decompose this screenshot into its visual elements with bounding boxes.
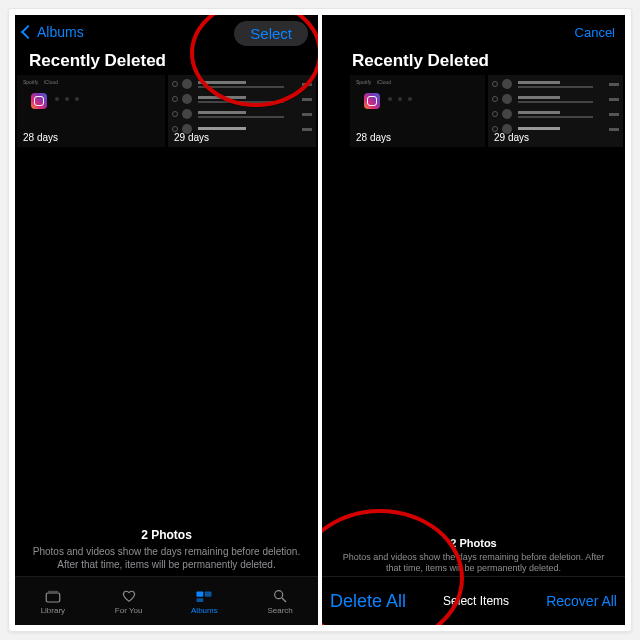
photo-count: 2 Photos (336, 537, 611, 549)
nav-bar: Albums Select (15, 15, 318, 49)
tab-library[interactable]: Library (15, 577, 91, 625)
screenshot-left: Albums Select Recently Deleted Spotify i… (15, 15, 318, 625)
footer-info: 2 Photos Photos and videos show the days… (322, 537, 625, 575)
page-title: Recently Deleted (322, 49, 625, 75)
recover-all-button[interactable]: Recover All (546, 593, 617, 609)
svg-rect-3 (205, 591, 212, 596)
days-remaining: 28 days (23, 132, 58, 143)
svg-rect-0 (46, 593, 60, 602)
footer-info: 2 Photos Photos and videos show the days… (15, 528, 318, 571)
tab-search[interactable]: Search (242, 577, 318, 625)
svg-rect-4 (197, 598, 204, 602)
days-remaining: 28 days (356, 132, 391, 143)
delete-all-button[interactable]: Delete All (330, 591, 406, 612)
photo-thumb[interactable]: 29 days (488, 75, 623, 147)
heart-icon (120, 588, 138, 604)
svg-rect-1 (48, 590, 59, 592)
footer-description: Photos and videos show the days remainin… (336, 552, 611, 575)
photo-thumb[interactable]: Spotify iCloud 28 days (17, 75, 165, 147)
select-button[interactable]: Select (234, 21, 308, 46)
tab-bar: Library For You Albums Search (15, 576, 318, 625)
nav-bar: Cancel (322, 15, 625, 49)
action-bar: Delete All Select Items Recover All (322, 576, 625, 625)
svg-line-6 (282, 598, 286, 602)
photo-thumb[interactable]: Spotify iCloud 28 days (350, 75, 485, 147)
photo-grid: Spotify iCloud 28 days 29 days (15, 75, 318, 147)
back-to-albums[interactable]: Albums (23, 24, 84, 40)
tab-for-you[interactable]: For You (91, 577, 167, 625)
page-title: Recently Deleted (15, 49, 318, 75)
photo-count: 2 Photos (29, 528, 304, 542)
select-items-label: Select Items (443, 594, 509, 608)
cancel-button[interactable]: Cancel (575, 25, 615, 40)
days-remaining: 29 days (174, 132, 209, 143)
back-label: Albums (37, 24, 84, 40)
footer-description: Photos and videos show the days remainin… (29, 545, 304, 571)
instagram-icon (364, 93, 380, 109)
library-icon (44, 588, 62, 604)
svg-point-5 (275, 590, 283, 598)
photo-thumb[interactable]: 29 days (168, 75, 316, 147)
chevron-left-icon (21, 25, 35, 39)
tab-albums[interactable]: Albums (167, 577, 243, 625)
days-remaining: 29 days (494, 132, 529, 143)
screenshot-right: Cancel Recently Deleted Spotify iCloud 2… (322, 15, 625, 625)
search-icon (271, 588, 289, 604)
albums-icon (195, 588, 213, 604)
photo-grid: Spotify iCloud 28 days 29 days (322, 75, 625, 147)
svg-rect-2 (197, 591, 204, 596)
instagram-icon (31, 93, 47, 109)
